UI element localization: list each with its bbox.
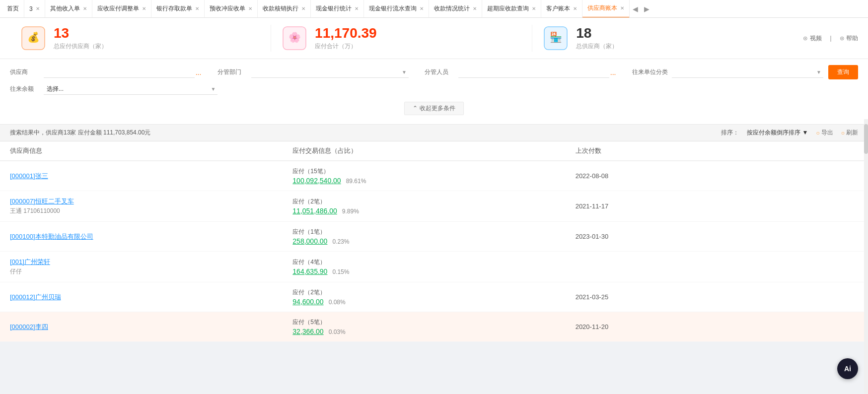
close-icon[interactable]: ✕ — [248, 6, 252, 11]
close-icon[interactable]: ✕ — [620, 5, 624, 11]
col-header-tx: 应付交易信息（占比） — [292, 146, 575, 155]
table-row: [000012]广州贝瑞 应付（2笔） 94,600.00 0.08% 2021… — [0, 282, 868, 312]
supplier-dots-icon[interactable]: ... — [196, 68, 202, 76]
nav-receipt-stats[interactable]: 收款情况统计 ✕ — [429, 0, 482, 18]
close-icon[interactable]: ✕ — [532, 6, 536, 11]
scrollbar-track — [864, 119, 868, 342]
last-pay-cell: 2022-08-08 — [576, 172, 858, 180]
tx-amount-row: 32,366.00 0.03% — [292, 327, 575, 335]
supplier-info-cell: [000007]恒旺二手叉车 王通 17106110000 — [10, 197, 292, 215]
ap-supplier-count: 13 — [54, 26, 107, 40]
export-circle-icon: ○ — [816, 130, 820, 136]
collapse-btn-row: ⌃ 收起更多条件 — [10, 99, 858, 118]
close-icon[interactable]: ✕ — [301, 6, 305, 11]
collapse-button[interactable]: ⌃ 收起更多条件 — [404, 102, 464, 115]
nav-cash-bank-flow[interactable]: 现金银行流水查询 ✕ — [364, 0, 429, 18]
col-header-lastpay: 上次付数 — [576, 146, 858, 155]
dept-select-wrapper: ▼ — [251, 66, 409, 78]
dept-select[interactable] — [251, 66, 409, 78]
tx-amount[interactable]: 258,000.00 — [292, 237, 327, 245]
table-row: [000002]李四 应付（5笔） 32,366.00 0.03% 2020-1… — [0, 312, 868, 342]
category-select-wrapper: ▼ — [672, 66, 823, 78]
search-button[interactable]: 查询 — [828, 65, 858, 79]
ap-total-icon: 🌸 — [281, 25, 308, 52]
tx-info-cell: 应付（2笔） 11,051,486.00 9.89% — [292, 197, 575, 215]
close-icon[interactable]: ✕ — [83, 6, 87, 11]
person-input[interactable] — [458, 66, 609, 78]
nav-prepay-offset[interactable]: 预收冲应收单 ✕ — [205, 0, 258, 18]
nav-bank-deposit-label: 银行存取款单 — [156, 4, 192, 13]
close-icon[interactable]: ✕ — [36, 6, 40, 11]
tx-percent: 9.89% — [342, 208, 359, 215]
nav-other-income[interactable]: 其他收入单 ✕ — [45, 0, 92, 18]
tx-label: 应付（15笔） — [292, 167, 575, 176]
nav-ar-ap-adjust-label: 应收应付调整单 — [97, 4, 139, 13]
supplier-link[interactable]: [000100]本特勤油品有限公司 — [10, 232, 292, 241]
refresh-button[interactable]: ○ 刷新 — [841, 129, 858, 137]
supplier-input[interactable] — [44, 66, 195, 78]
tx-amount[interactable]: 94,600.00 — [292, 298, 323, 306]
tx-info-cell: 应付（15笔） 100,092,540.00 89.61% — [292, 167, 575, 185]
tx-percent: 0.08% — [329, 299, 346, 306]
supplier-link[interactable]: [000012]广州贝瑞 — [10, 293, 292, 302]
supplier-link[interactable]: [001]广州荣轩 — [10, 258, 292, 266]
total-supplier-label: 总供应商（家） — [576, 42, 618, 51]
nav-right-arrow[interactable]: ▶ — [641, 0, 652, 18]
close-icon[interactable]: ✕ — [195, 6, 199, 11]
supplier-link[interactable]: [000007]恒旺二手叉车 — [10, 197, 292, 206]
close-icon[interactable]: ✕ — [473, 6, 477, 11]
table-header: 供应商信息 应付交易信息（占比） 上次付数 — [0, 141, 868, 161]
stat-links: ⊙ 视频 ｜ ⊙ 帮助 — [793, 34, 858, 43]
last-pay-cell: 2020-11-20 — [576, 323, 858, 330]
nav-other-income-label: 其他收入单 — [50, 4, 80, 13]
tx-amount[interactable]: 164,635.90 — [292, 267, 327, 275]
supplier-link[interactable]: [000001]张三 — [10, 172, 292, 181]
table-row: [000100]本特勤油品有限公司 应付（1笔） 258,000.00 0.23… — [0, 222, 868, 252]
nav-bank-deposit[interactable]: 银行存取款单 ✕ — [151, 0, 205, 18]
nav-customer-ledger[interactable]: 客户账本 ✕ — [541, 0, 582, 18]
supplier-info-cell: [001]广州荣轩 仔仔 — [10, 258, 292, 276]
nav-customer-ledger-label: 客户账本 — [546, 4, 570, 13]
tx-amount[interactable]: 11,051,486.00 — [292, 207, 337, 215]
tx-info-cell: 应付（2笔） 94,600.00 0.08% — [292, 288, 575, 306]
nav-home-label: 首页 — [7, 4, 19, 13]
dept-filter-label: 分管部门 — [217, 68, 247, 76]
tx-percent: 0.03% — [329, 328, 346, 335]
nav-left-arrow[interactable]: ◀ — [630, 0, 641, 18]
close-icon[interactable]: ✕ — [142, 6, 146, 11]
svg-text:💰: 💰 — [27, 31, 40, 43]
close-icon[interactable]: ✕ — [420, 6, 424, 11]
nav-receipt-verify[interactable]: 收款核销执行 ✕ — [258, 0, 311, 18]
person-dots-icon[interactable]: ... — [610, 68, 616, 76]
nav-cash-bank-stats[interactable]: 现金银行统计 ✕ — [311, 0, 364, 18]
close-icon[interactable]: ✕ — [355, 6, 359, 11]
nav-tab-3-label: 3 — [29, 5, 33, 12]
export-button[interactable]: ○ 导出 — [816, 129, 833, 137]
nav-overdue-query[interactable]: 超期应收款查询 ✕ — [482, 0, 541, 18]
sort-value[interactable]: 按应付余额倒序排序 ▼ — [747, 129, 808, 137]
nav-ar-ap-adjust[interactable]: 应收应付调整单 ✕ — [92, 0, 151, 18]
tx-info-cell: 应付（5笔） 32,366.00 0.03% — [292, 318, 575, 335]
ap-supplier-icon: 💰 — [20, 25, 47, 52]
nav-tab-3[interactable]: 3 ✕ — [24, 0, 45, 18]
tx-amount-row: 164,635.90 0.15% — [292, 266, 575, 275]
supplier-link[interactable]: [000002]李四 — [10, 323, 292, 331]
filter-bar: 供应商 ... 分管部门 ▼ 分管人员 ... 往来单位分类 — [0, 59, 868, 125]
nav-supplier-ledger[interactable]: 供应商账本 ✕ — [582, 0, 630, 18]
tx-percent: 0.23% — [332, 238, 349, 245]
category-select[interactable] — [672, 66, 823, 78]
balance-select-wrapper: 选择... ▼ — [44, 83, 217, 95]
help-link[interactable]: ⊙ 帮助 — [840, 34, 858, 43]
supplier-info-cell: [000002]李四 — [10, 323, 292, 331]
tx-amount[interactable]: 32,366.00 — [292, 328, 323, 335]
supplier-info-cell: [000100]本特勤油品有限公司 — [10, 232, 292, 241]
tx-label: 应付（1笔） — [292, 228, 575, 236]
tx-amount[interactable]: 100,092,540.00 — [292, 177, 341, 185]
tx-info-cell: 应付（1笔） 258,000.00 0.23% — [292, 228, 575, 245]
video-link[interactable]: ⊙ 视频 — [803, 34, 821, 43]
close-icon[interactable]: ✕ — [573, 6, 577, 11]
nav-home[interactable]: 首页 — [2, 0, 24, 18]
filter-category: 往来单位分类 ▼ — [632, 66, 823, 78]
scrollbar-thumb[interactable] — [864, 124, 868, 154]
balance-select[interactable]: 选择... — [44, 83, 217, 95]
